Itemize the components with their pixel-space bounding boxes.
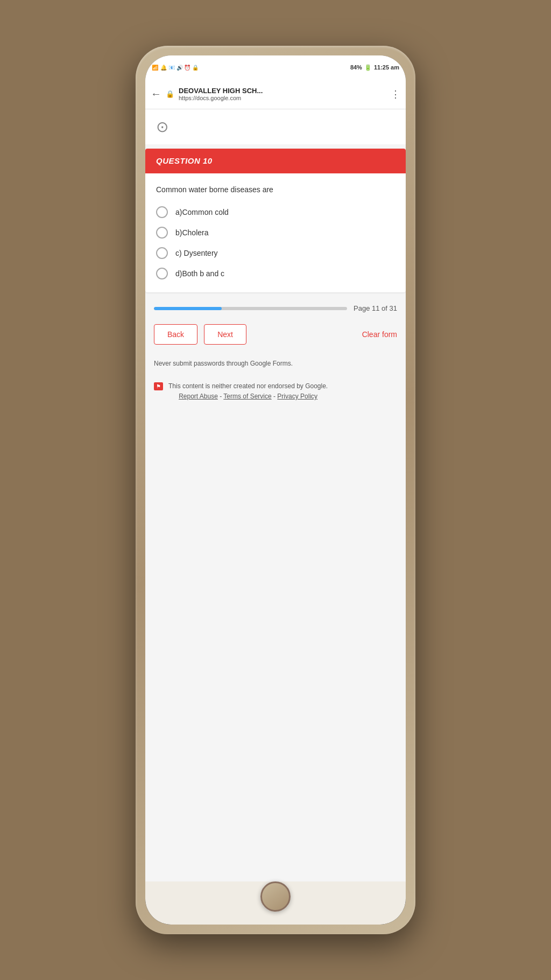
page-content: ⊙ QUESTION 10 Common water borne disease… — [145, 109, 406, 881]
options-list: a)Common cold b)Cholera c) Dysentery — [156, 206, 395, 279]
home-button[interactable] — [260, 881, 291, 912]
option-d-label: d)Both b and c — [175, 269, 224, 278]
browser-back-button[interactable]: ← — [151, 88, 161, 100]
question-text: Common water borne diseases are — [156, 184, 395, 195]
browser-title: DEOVALLEY HIGH SCH... — [179, 87, 386, 95]
screen: 📶 🔔 📧 🔊 ⏰ 🔒 84% 🔋 11:25 am ← 🔒 DEOVALLEY… — [145, 55, 406, 881]
disclaimer-main: This content is neither created nor endo… — [168, 382, 328, 390]
radio-d[interactable] — [156, 268, 168, 279]
privacy-link[interactable]: Privacy Policy — [277, 393, 317, 400]
cloud-icon: ⊙ — [156, 118, 168, 135]
phone-frame: 📶 🔔 📧 🔊 ⏰ 🔒 84% 🔋 11:25 am ← 🔒 DEOVALLEY… — [136, 46, 415, 934]
browser-bar: ← 🔒 DEOVALLEY HIGH SCH... https://docs.g… — [145, 79, 406, 109]
progress-text: Page 11 of 31 — [354, 304, 397, 312]
option-a-label: a)Common cold — [175, 208, 229, 216]
time: 11:25 am — [374, 64, 399, 71]
terms-link[interactable]: Terms of Service — [223, 393, 271, 400]
option-b-label: b)Cholera — [175, 228, 208, 237]
option-c[interactable]: c) Dysentery — [156, 247, 395, 259]
disclaimer-section: ⚑ This content is neither created nor en… — [154, 376, 397, 407]
radio-a[interactable] — [156, 206, 168, 218]
status-icons: 📶 🔔 📧 🔊 ⏰ 🔒 — [152, 65, 199, 71]
never-submit-text: Never submit passwords through Google Fo… — [154, 360, 397, 367]
progress-bar-fill — [154, 307, 222, 310]
browser-menu-button[interactable]: ⋮ — [391, 88, 400, 100]
phone-inner: 📶 🔔 📧 🔊 ⏰ 🔒 84% 🔋 11:25 am ← 🔒 DEOVALLEY… — [145, 55, 406, 925]
disclaimer-text: This content is neither created nor endo… — [168, 381, 328, 402]
option-a[interactable]: a)Common cold — [156, 206, 395, 218]
battery-percent: 84% — [350, 64, 362, 71]
status-right: 84% 🔋 11:25 am — [350, 64, 399, 71]
nav-buttons: Back Next Clear form — [145, 320, 406, 353]
progress-section: Page 11 of 31 — [145, 297, 406, 320]
report-abuse-link[interactable]: Report Abuse — [179, 393, 218, 400]
notification-icons: 🔔 📧 🔊 ⏰ 🔒 — [160, 65, 199, 71]
status-bar: 📶 🔔 📧 🔊 ⏰ 🔒 84% 🔋 11:25 am — [145, 55, 406, 79]
radio-c[interactable] — [156, 247, 168, 259]
cloud-section: ⊙ — [145, 109, 406, 144]
browser-info: DEOVALLEY HIGH SCH... https://docs.googl… — [179, 87, 386, 102]
sim-icon: 📶 — [152, 65, 158, 71]
footer-section: Never submit passwords through Google Fo… — [145, 353, 406, 414]
radio-b[interactable] — [156, 227, 168, 239]
question-number: QUESTION 10 — [156, 156, 213, 165]
battery-icon: 🔋 — [364, 64, 372, 71]
question-card: QUESTION 10 Common water borne diseases … — [145, 149, 406, 292]
progress-bar-container — [154, 307, 347, 310]
browser-url: https://docs.google.com — [179, 95, 386, 101]
clear-form-button[interactable]: Clear form — [362, 330, 397, 339]
question-header: QUESTION 10 — [145, 149, 406, 173]
flag-icon: ⚑ — [154, 382, 163, 390]
back-button[interactable]: Back — [154, 324, 197, 345]
next-button[interactable]: Next — [204, 324, 246, 345]
option-b[interactable]: b)Cholera — [156, 227, 395, 239]
option-d[interactable]: d)Both b and c — [156, 268, 395, 279]
question-body: Common water borne diseases are a)Common… — [145, 173, 406, 292]
lock-icon: 🔒 — [166, 90, 174, 98]
option-c-label: c) Dysentery — [175, 249, 218, 257]
